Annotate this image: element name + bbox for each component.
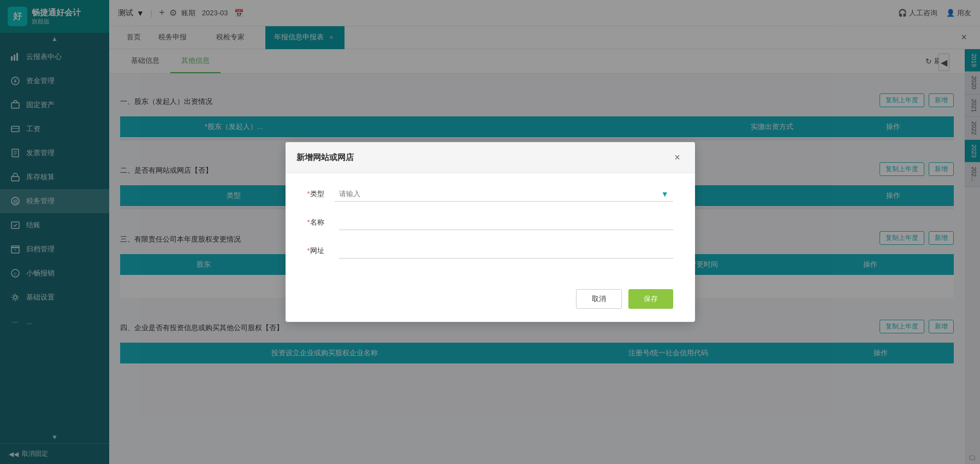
cancel-button[interactable]: 取消 [576,289,622,309]
modal-footer: 取消 保存 [286,280,695,322]
form-row-type: *类型 ▼ [307,186,673,202]
save-button[interactable]: 保存 [628,289,673,309]
name-label: *名称 [307,218,335,227]
type-input[interactable] [335,186,661,201]
type-label: *类型 [307,189,335,199]
form-row-name: *名称 [307,215,673,230]
modal-header: 新增网站或网店 × [286,142,695,173]
add-website-modal: 新增网站或网店 × *类型 ▼ *名称 *网址 [286,142,695,322]
dropdown-arrow-icon[interactable]: ▼ [661,190,673,198]
url-label: *网址 [307,246,335,256]
type-select-wrapper: ▼ [335,186,673,202]
modal-title: 新增网站或网店 [296,152,354,163]
modal-body: *类型 ▼ *名称 *网址 [286,173,695,280]
modal-overlay: 新增网站或网店 × *类型 ▼ *名称 *网址 [0,0,980,464]
modal-close-btn[interactable]: × [671,151,684,164]
form-row-url: *网址 [307,243,673,259]
url-input[interactable] [339,243,673,259]
name-input[interactable] [339,215,673,230]
